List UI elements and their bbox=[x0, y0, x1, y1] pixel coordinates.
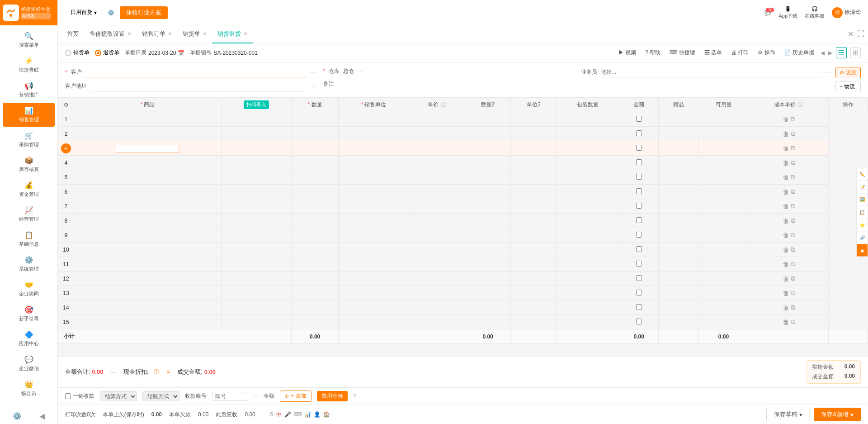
delete-row-btn[interactable]: 🗑 bbox=[783, 289, 789, 297]
gift-cell[interactable] bbox=[619, 156, 659, 170]
gift-checkbox[interactable] bbox=[636, 203, 642, 209]
discount-info-btn[interactable]: ⓘ bbox=[154, 368, 159, 376]
add-row-btn[interactable]: + bbox=[61, 143, 71, 153]
one-click-payment-check[interactable]: 一键收款 bbox=[65, 392, 94, 400]
sidebar-item-marketing[interactable]: 📢 营销推广 bbox=[3, 78, 55, 102]
delete-row-btn[interactable]: 🗑 bbox=[783, 304, 789, 311]
gift-checkbox[interactable] bbox=[636, 116, 642, 122]
memo-input[interactable] bbox=[338, 79, 574, 89]
save-new-btn[interactable]: 保存&新增 ▾ bbox=[814, 408, 861, 421]
product-cell[interactable] bbox=[74, 272, 222, 286]
tab-sale-price[interactable]: 售价提取设置 ✕ bbox=[84, 25, 137, 43]
product-cell[interactable] bbox=[74, 112, 222, 127]
gift-checkbox[interactable] bbox=[636, 232, 642, 238]
video-btn[interactable]: ▶ 视频 bbox=[616, 48, 639, 58]
right-panel-edit[interactable]: ✏️ bbox=[857, 168, 868, 181]
calc-method-select[interactable]: 结算方式 bbox=[100, 391, 137, 401]
list-view-btn[interactable]: ☰ bbox=[836, 47, 847, 58]
product-cell[interactable] bbox=[74, 141, 222, 156]
th-gear[interactable]: ⚙ bbox=[58, 98, 74, 112]
gift-checkbox[interactable] bbox=[636, 130, 642, 136]
split-btn[interactable]: 费用分摊 bbox=[317, 391, 348, 401]
gift-checkbox[interactable] bbox=[636, 246, 642, 252]
radio-return[interactable]: 退货单 bbox=[95, 49, 119, 57]
copy-row-btn[interactable]: ⧉ bbox=[791, 217, 795, 224]
customer-input[interactable] bbox=[85, 67, 307, 77]
delete-row-btn[interactable]: 🗑 bbox=[783, 115, 789, 123]
customer-dots-btn[interactable]: ··· bbox=[310, 68, 316, 76]
sidebar-item-system[interactable]: ⚙️ 系统管理 bbox=[3, 252, 55, 276]
gift-checkbox[interactable] bbox=[636, 159, 642, 165]
copy-row-btn[interactable]: ⧉ bbox=[791, 144, 795, 152]
delete-row-btn[interactable]: 🗑 bbox=[783, 275, 789, 282]
sidebar-item-enterprise[interactable]: 🤝 企业协同 bbox=[3, 277, 55, 301]
copy-row-btn[interactable]: ⧉ bbox=[791, 275, 795, 282]
add-btn[interactable]: ⊕ + 添加 bbox=[280, 391, 311, 402]
history-btn[interactable]: 📄 历史单据 bbox=[782, 48, 817, 58]
gift-cell[interactable] bbox=[619, 185, 659, 199]
product-cell[interactable] bbox=[74, 300, 222, 315]
delete-row-btn[interactable]: 🗑 bbox=[783, 130, 789, 138]
copy-row-btn[interactable]: ⧉ bbox=[791, 188, 795, 195]
gift-checkbox[interactable] bbox=[636, 217, 642, 223]
sidebar-item-operations[interactable]: 📈 经营管理 bbox=[3, 202, 55, 226]
gift-cell[interactable] bbox=[619, 272, 659, 286]
sidebar-item-search[interactable]: 🔍 搜索菜单 bbox=[3, 28, 55, 52]
copy-row-btn[interactable]: ⧉ bbox=[791, 202, 795, 210]
delete-row-btn[interactable]: 🗑 bbox=[783, 202, 789, 210]
sidebar-item-shortcuts[interactable]: ⚡ 快捷导航 bbox=[3, 53, 55, 77]
next-btn[interactable]: ▶ bbox=[828, 50, 832, 56]
sidebar-item-purchase[interactable]: 🛒 采购管理 bbox=[3, 128, 55, 152]
tab-sale-delivery[interactable]: 销货单 ✕ bbox=[177, 25, 212, 43]
product-cell[interactable] bbox=[74, 257, 222, 272]
scan-btn[interactable]: 扫码录入 bbox=[244, 100, 269, 109]
gift-cell[interactable] bbox=[619, 243, 659, 257]
shortcut-btn[interactable]: ⌨ 快捷键 bbox=[667, 48, 698, 58]
delete-row-btn[interactable]: 🗑 bbox=[783, 188, 789, 195]
account-input[interactable] bbox=[212, 392, 248, 401]
split-info-icon[interactable]: ? bbox=[353, 393, 356, 400]
delete-row-btn[interactable]: 🗑 bbox=[783, 231, 789, 239]
copy-row-btn[interactable]: ⧉ bbox=[791, 231, 795, 239]
gift-cell[interactable] bbox=[619, 170, 659, 185]
gift-cell[interactable] bbox=[619, 315, 659, 329]
right-panel-link[interactable]: 🔗 bbox=[857, 231, 868, 244]
gift-checkbox[interactable] bbox=[636, 145, 642, 151]
tab-close-all-btn[interactable]: ✕ bbox=[848, 30, 854, 38]
copy-row-btn[interactable]: ⧉ bbox=[791, 159, 795, 167]
sidebar-item-member[interactable]: 👑 畅会员 bbox=[3, 376, 55, 400]
gift-cell[interactable] bbox=[619, 199, 659, 214]
product-cell[interactable] bbox=[74, 199, 222, 214]
grid-view-btn[interactable]: ⊞ bbox=[850, 47, 861, 58]
app-download-btn[interactable]: 📱 App下载 bbox=[778, 6, 797, 19]
tab-sale-return-close[interactable]: ✕ bbox=[244, 31, 247, 36]
experience-btn[interactable]: 体验行业方案 bbox=[120, 6, 168, 19]
gift-cell[interactable] bbox=[619, 257, 659, 272]
delete-row-btn[interactable]: 🗑 bbox=[783, 159, 789, 167]
gift-checkbox[interactable] bbox=[636, 304, 642, 310]
copy-row-btn[interactable]: ⧉ bbox=[791, 115, 795, 123]
daily-goods-selector[interactable]: 日用百货 ▾ bbox=[65, 7, 102, 18]
gift-checkbox[interactable] bbox=[636, 275, 642, 281]
warehouse-dots-btn[interactable]: ··· bbox=[358, 67, 363, 75]
sidebar-item-apps[interactable]: 🔷 应用中心 bbox=[3, 327, 55, 351]
product-cell[interactable] bbox=[74, 228, 222, 243]
tab-home[interactable]: 首页 bbox=[61, 25, 84, 43]
salesperson-input[interactable] bbox=[601, 67, 822, 77]
unit-price-info-icon[interactable]: ⓘ bbox=[441, 101, 446, 108]
gift-checkbox[interactable] bbox=[636, 188, 642, 194]
product-cell[interactable] bbox=[74, 127, 222, 141]
copy-row-btn[interactable]: ⧉ bbox=[791, 246, 795, 253]
sidebar-collapse-btn[interactable]: ◀ bbox=[39, 412, 45, 420]
gift-checkbox[interactable] bbox=[636, 174, 642, 180]
delete-row-btn[interactable]: 🗑 bbox=[783, 246, 789, 253]
gift-cell[interactable] bbox=[619, 127, 659, 141]
message-btn[interactable]: 💬 70 bbox=[764, 10, 771, 16]
gift-cell[interactable] bbox=[619, 141, 659, 156]
product-cell[interactable] bbox=[74, 286, 222, 300]
user-menu[interactable]: 徐 徐泽华 bbox=[832, 7, 861, 18]
delete-row-btn[interactable]: 🗑 bbox=[783, 144, 789, 152]
gift-checkbox[interactable] bbox=[636, 261, 642, 267]
summary-method-select[interactable]: 结账方式 bbox=[142, 391, 179, 401]
copy-row-btn[interactable]: ⧉ bbox=[791, 304, 795, 311]
